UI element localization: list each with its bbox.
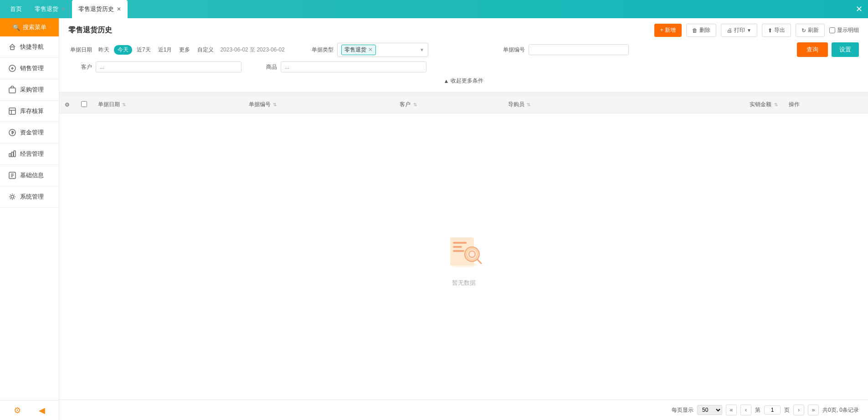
th-amount[interactable]: 实销金额 ⇅ xyxy=(632,96,783,113)
th-guide[interactable]: 导购员 ⇅ xyxy=(503,96,632,113)
page-number-input[interactable] xyxy=(764,405,781,415)
sidebar-item-sales-label: 销售管理 xyxy=(20,64,44,72)
per-page-label: 每页显示 xyxy=(672,406,693,414)
main-layout: 🔍 搜索菜单 快捷导航 销售管理 采购管理 库存核算 资金管理 xyxy=(0,18,868,420)
show-detail-input[interactable] xyxy=(829,27,835,33)
date-range-text: 2023-06-02 至 2023-06-02 xyxy=(220,46,284,54)
date-opt-more[interactable]: 更多 xyxy=(176,45,193,55)
date-opt-yesterday[interactable]: 昨天 xyxy=(96,45,112,55)
date-label: 单据日期 xyxy=(68,46,96,54)
page-title-row: 零售退货历史 + 新增 🗑 删除 🖨 打印 ▼ ⬆ 导出 xyxy=(68,24,859,37)
th-number-label: 单据编号 xyxy=(249,101,271,108)
sort-date-icon: ⇅ xyxy=(122,102,126,107)
sidebar-search[interactable]: 🔍 搜索菜单 xyxy=(0,18,59,36)
collapse-button[interactable]: ▲ 收起更多条件 xyxy=(444,77,484,85)
collapse-sidebar-icon[interactable]: ◀ xyxy=(39,405,45,415)
window-close-button[interactable]: ✕ xyxy=(850,0,868,18)
inventory-icon xyxy=(8,107,16,115)
svg-rect-14 xyxy=(453,250,464,252)
sidebar-item-business-label: 经营管理 xyxy=(20,150,44,158)
goods-input[interactable] xyxy=(281,61,426,72)
sort-number-icon: ⇅ xyxy=(273,102,277,107)
tab-retail-return-close[interactable]: ✕ xyxy=(61,6,66,12)
page-title: 零售退货历史 xyxy=(68,26,112,35)
empty-text: 暂无数据 xyxy=(452,279,476,287)
type-select-arrow: ▼ xyxy=(420,47,424,52)
finance-icon xyxy=(8,128,16,137)
type-tag-close[interactable]: ✕ xyxy=(368,46,373,53)
export-button[interactable]: ⬆ 导出 xyxy=(762,24,791,37)
business-icon xyxy=(8,150,16,158)
svg-rect-12 xyxy=(453,242,467,244)
th-customer[interactable]: 客户 ⇅ xyxy=(394,96,503,113)
date-control: 昨天 今天 近7天 近1月 更多 自定义 2023-06-02 至 2023-0… xyxy=(96,45,305,55)
sidebar-item-system[interactable]: 系统管理 xyxy=(0,186,59,208)
tab-home[interactable]: 首页 xyxy=(4,0,28,18)
sidebar-item-home[interactable]: 快捷导航 xyxy=(0,36,59,58)
th-guide-label: 导购员 xyxy=(508,101,524,108)
show-detail-checkbox[interactable]: 显示明细 xyxy=(829,26,859,34)
settings-button[interactable]: 设置 xyxy=(832,42,859,57)
page-label: 第 xyxy=(755,406,760,414)
refresh-button[interactable]: ↻ 刷新 xyxy=(796,24,825,37)
new-button[interactable]: + 新增 xyxy=(654,24,682,37)
th-date[interactable]: 单据日期 ⇅ xyxy=(92,96,243,113)
delete-button[interactable]: 🗑 删除 xyxy=(686,24,716,37)
sidebar-item-business[interactable]: 经营管理 xyxy=(0,143,59,165)
export-icon: ⬆ xyxy=(768,27,772,34)
sidebar-item-purchase[interactable]: 采购管理 xyxy=(0,79,59,101)
tab-retail-return[interactable]: 零售退货 ✕ xyxy=(28,0,72,18)
tab-retail-return-history[interactable]: 零售退货历史 ✕ xyxy=(72,0,128,18)
number-label: 单据编号 xyxy=(497,46,529,54)
system-icon xyxy=(8,193,16,201)
empty-icon xyxy=(441,226,487,271)
sidebar-item-purchase-label: 采购管理 xyxy=(20,86,44,94)
settings-bottom-icon[interactable]: ⚙ xyxy=(14,405,21,415)
svg-rect-6 xyxy=(11,152,13,157)
gear-icon[interactable]: ⚙ xyxy=(65,102,70,108)
per-page-select[interactable]: 50 10 20 100 xyxy=(697,405,722,415)
tab-list: 首页 零售退货 ✕ 零售退货历史 ✕ xyxy=(4,0,850,18)
th-amount-label: 实销金额 xyxy=(750,101,771,108)
sidebar-item-inventory[interactable]: 库存核算 xyxy=(0,101,59,122)
print-icon: 🖨 xyxy=(727,27,732,34)
tab-retail-return-history-close[interactable]: ✕ xyxy=(117,6,121,12)
th-checkbox xyxy=(76,96,92,113)
collapse-label: 收起更多条件 xyxy=(451,77,483,85)
print-button[interactable]: 🖨 打印 ▼ xyxy=(721,24,757,37)
svg-rect-5 xyxy=(9,154,11,157)
sidebar: 🔍 搜索菜单 快捷导航 销售管理 采购管理 库存核算 资金管理 xyxy=(0,18,59,420)
page-first-button[interactable]: « xyxy=(726,405,737,415)
page-prev-button[interactable]: ‹ xyxy=(740,405,751,415)
customer-input[interactable] xyxy=(96,61,241,72)
sales-icon xyxy=(8,64,16,72)
search-icon: 🔍 xyxy=(13,24,20,31)
sidebar-item-basic-info[interactable]: 基础信息 xyxy=(0,165,59,186)
page-actions: + 新增 🗑 删除 🖨 打印 ▼ ⬆ 导出 ↻ xyxy=(654,24,859,37)
date-opt-today[interactable]: 今天 xyxy=(114,45,132,55)
sidebar-item-finance[interactable]: 资金管理 xyxy=(0,122,59,143)
delete-icon: 🗑 xyxy=(692,27,698,34)
date-opt-custom[interactable]: 自定义 xyxy=(195,45,216,55)
query-button[interactable]: 查询 xyxy=(797,42,828,57)
sidebar-bottom: ⚙ ◀ xyxy=(0,400,59,420)
tab-retail-return-history-label: 零售退货历史 xyxy=(78,5,114,13)
sidebar-item-finance-label: 资金管理 xyxy=(20,128,44,137)
type-select[interactable]: 零售退货 ✕ ▼ xyxy=(337,43,428,57)
number-input[interactable] xyxy=(529,44,629,55)
sidebar-item-inventory-label: 库存核算 xyxy=(20,107,44,115)
th-gear: ⚙ xyxy=(59,96,76,113)
page-next-button[interactable]: › xyxy=(793,405,804,415)
date-opt-1month[interactable]: 近1月 xyxy=(155,45,175,55)
data-table: ⚙ 单据日期 ⇅ 单据编号 ⇅ xyxy=(59,96,868,113)
type-tag: 零售退货 ✕ xyxy=(341,45,376,55)
date-opt-7days[interactable]: 近7天 xyxy=(134,45,154,55)
page-last-button[interactable]: » xyxy=(808,405,819,415)
sidebar-item-sales[interactable]: 销售管理 xyxy=(0,58,59,79)
th-number[interactable]: 单据编号 ⇅ xyxy=(243,96,394,113)
select-all-checkbox[interactable] xyxy=(81,101,87,107)
purchase-icon xyxy=(8,86,16,94)
goods-label: 商品 xyxy=(249,63,281,71)
sidebar-item-system-label: 系统管理 xyxy=(20,193,44,201)
empty-state: 暂无数据 xyxy=(59,113,868,400)
